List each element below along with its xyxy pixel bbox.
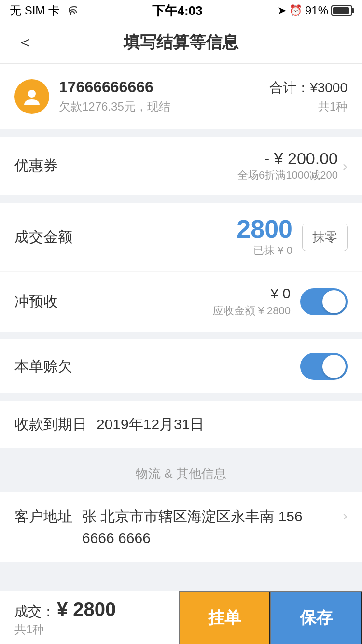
wifi-icon	[64, 6, 77, 15]
chevron-right-icon: ›	[343, 158, 348, 174]
transaction-right: 2800 已抹 ¥ 0 抹零	[237, 216, 348, 258]
debt-toggle[interactable]	[300, 353, 348, 380]
transaction-sub: 已抹 ¥ 0	[237, 243, 292, 258]
customer-right: 合计：¥3000 共1种	[269, 79, 348, 114]
coupon-desc: 全场6折满1000减200	[237, 168, 338, 182]
status-time: 下午4:03	[152, 2, 202, 19]
address-row[interactable]: 客户地址 张 北京市市辖区海淀区永丰南 156 6666 6666 ›	[0, 492, 362, 562]
due-date-row: 收款到期日 2019年12月31日	[0, 401, 362, 448]
prepay-sub: 应收金额 ¥ 2800	[213, 304, 291, 318]
coupon-row[interactable]: 优惠券 - ¥ 200.00 全场6折满1000减200 ›	[0, 137, 362, 195]
status-bar: 无 SIM 卡 下午4:03 ➤ ⏰ 91%	[0, 0, 362, 21]
footer-bar: 成交： ¥ 2800 共1种 挂单 保存	[0, 591, 362, 644]
coupon-label: 优惠券	[14, 156, 58, 176]
battery-percent: 91%	[305, 4, 328, 17]
divider-text: 物流 & 其他信息	[136, 465, 226, 482]
coupon-amount: - ¥ 200.00	[237, 149, 338, 168]
save-button[interactable]: 保存	[270, 591, 362, 644]
svg-point-1	[28, 90, 36, 98]
svg-point-0	[70, 14, 71, 15]
divider-line-left	[14, 474, 126, 474]
footer-amount: ¥ 2800	[57, 599, 116, 620]
debt-toggle-knob	[322, 355, 346, 378]
round-button[interactable]: 抹零	[302, 224, 348, 251]
customer-count: 共1种	[269, 99, 348, 114]
hold-button[interactable]: 挂单	[179, 591, 270, 644]
carrier-label: 无 SIM 卡	[10, 3, 60, 18]
footer-count: 共1种	[14, 622, 164, 637]
due-date-label: 收款到期日	[14, 415, 87, 434]
content-area: 17666666666 欠款1276.35元，现结 合计：¥3000 共1种 优…	[0, 64, 362, 620]
transaction-amount-wrap: 2800 已抹 ¥ 0	[237, 216, 292, 258]
footer-info: 成交： ¥ 2800 共1种	[0, 599, 179, 637]
toggle-knob	[322, 290, 346, 313]
address-label: 客户地址	[14, 505, 72, 527]
prepay-amount-wrap: ¥ 0 应收金额 ¥ 2800	[213, 285, 291, 318]
status-right: ➤ ⏰ 91%	[278, 4, 352, 17]
avatar-icon	[22, 87, 42, 106]
prepay-row: 冲预收 ¥ 0 应收金额 ¥ 2800	[0, 272, 362, 332]
address-value: 张 北京市市辖区海淀区永丰南 156 6666 6666	[82, 505, 338, 549]
divider-section: 物流 & 其他信息	[0, 456, 362, 492]
coupon-right: - ¥ 200.00 全场6折满1000减200 ›	[237, 149, 348, 182]
customer-debt: 欠款1276.35元，现结	[59, 99, 170, 114]
transaction-section: 成交金额 2800 已抹 ¥ 0 抹零 冲预收 ¥ 0 应收金额 ¥ 2800	[0, 203, 362, 332]
footer-label: 成交：	[14, 602, 55, 621]
debt-row: 本单赊欠	[0, 339, 362, 393]
back-button[interactable]: ＜	[12, 26, 39, 59]
nav-bar: ＜ 填写结算等信息	[0, 21, 362, 64]
address-chevron-icon: ›	[343, 507, 348, 524]
transaction-row: 成交金额 2800 已抹 ¥ 0 抹零	[0, 203, 362, 272]
customer-left: 17666666666 欠款1276.35元，现结	[14, 78, 170, 114]
alarm-icon: ⏰	[289, 4, 302, 17]
prepay-label: 冲预收	[14, 292, 58, 312]
debt-label: 本单赊欠	[14, 357, 72, 377]
divider-line-right	[236, 474, 348, 474]
avatar	[14, 79, 49, 114]
customer-total: 合计：¥3000	[269, 79, 348, 97]
customer-phone: 17666666666	[59, 78, 170, 96]
transaction-amount: 2800	[237, 216, 292, 241]
status-left: 无 SIM 卡	[10, 3, 77, 18]
prepay-toggle[interactable]	[300, 288, 348, 315]
transaction-label: 成交金额	[14, 227, 72, 247]
page-title: 填写结算等信息	[124, 31, 238, 54]
prepay-amount: ¥ 0	[213, 285, 291, 302]
battery-icon	[331, 5, 352, 16]
customer-info: 17666666666 欠款1276.35元，现结	[59, 78, 170, 114]
prepay-right: ¥ 0 应收金额 ¥ 2800	[213, 285, 348, 318]
due-date-value: 2019年12月31日	[97, 415, 204, 434]
location-icon: ➤	[278, 4, 286, 17]
customer-card: 17666666666 欠款1276.35元，现结 合计：¥3000 共1种	[0, 64, 362, 129]
